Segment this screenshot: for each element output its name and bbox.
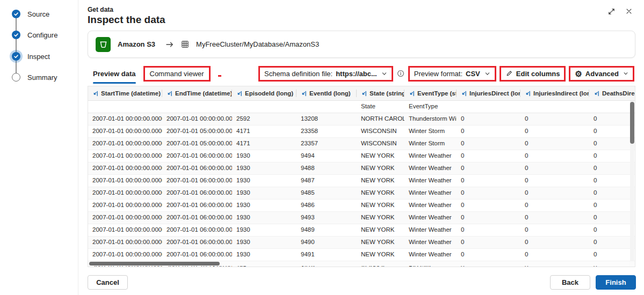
table-cell: Winter Weather (404, 249, 457, 261)
table-cell (88, 101, 162, 113)
table-row: 2007-01-01 00:00:00.00002007-01-01 06:00… (88, 175, 635, 187)
table-cell: 0 (589, 175, 635, 187)
vertical-scrollbar[interactable] (630, 101, 634, 261)
back-button[interactable]: Back (550, 275, 590, 290)
main-panel: Get data Inspect the data Amazon S3 MyFr… (88, 0, 635, 295)
table-cell: 9491 (296, 249, 357, 261)
column-header[interactable]: EventId (long) (296, 86, 357, 100)
tab-bar: Preview data Command viewer Schema defin… (88, 64, 635, 83)
finish-button[interactable]: Finish (596, 275, 636, 290)
table-cell: 2007-01-01 05:00:00.0000 (162, 138, 232, 150)
chevron-down-icon (484, 71, 490, 77)
table-row: 2007-01-01 00:00:00.00002007-01-01 06:00… (88, 237, 635, 249)
vertical-scrollbar-thumb[interactable] (630, 102, 634, 144)
table-cell: 0 (520, 138, 589, 150)
table-cell: 0 (457, 150, 520, 162)
column-header[interactable]: StartTime (datetime) (88, 86, 162, 100)
horizontal-scrollbar[interactable] (89, 261, 629, 266)
step-inspect[interactable]: Inspect (12, 52, 50, 61)
table-row: 2007-01-01 00:00:00.00002007-01-01 06:00… (88, 224, 635, 237)
column-header-label: InjuriesIndirect (long) (533, 90, 589, 97)
table-row: 2007-01-01 00:00:00.00002007-01-01 05:00… (88, 126, 635, 138)
table-cell: 0 (520, 212, 589, 224)
table-cell: 0 (520, 200, 589, 211)
schema-info-icon[interactable] (397, 70, 404, 77)
table-cell: 0 (457, 163, 520, 174)
table-cell: 1930 (232, 150, 296, 162)
column-header[interactable]: InjuriesDirect (long) (457, 86, 520, 100)
table-cell: 2592 (232, 113, 296, 125)
table-cell: Winter Weather (404, 200, 457, 211)
table-cell: 9488 (296, 163, 357, 174)
table-cell: NORTH CAROLINA (357, 113, 404, 125)
preview-toolbar: Schema definition file: https://abc... P… (258, 64, 634, 83)
step-configure[interactable]: Configure (12, 31, 57, 39)
wizard-stepper: SourceConfigureInspectSummary (0, 0, 78, 295)
table-cell: 0 (457, 237, 520, 248)
table-cell: 0 (520, 175, 589, 187)
table-cell: 2007-01-01 06:00:00.0000 (162, 150, 232, 162)
table-cell: 0 (520, 126, 589, 137)
destination-path: MyFreeCluster/MyDatabase/AmazonS3 (196, 40, 319, 48)
table-cell: NEW YORK (357, 224, 404, 236)
column-header[interactable]: EndTime (datetime) (162, 86, 232, 100)
table-row: 2007-01-01 00:00:00.00002007-01-01 06:00… (88, 200, 635, 212)
step-label: Source (27, 10, 49, 18)
table-row: 2007-01-01 00:00:00.00002007-01-01 00:00… (88, 113, 635, 126)
table-cell: Winter Storm (404, 126, 457, 137)
table-cell: 1930 (232, 249, 296, 261)
table-cell: 0 (520, 163, 589, 174)
column-header-label: StartTime (datetime) (101, 90, 161, 97)
table-cell: NEW YORK (357, 212, 404, 224)
table-cell: 9493 (296, 212, 357, 224)
destination-table-icon (181, 40, 189, 48)
annotation-box-schema: Schema definition file: https://abc... (258, 66, 393, 82)
table-cell: 1930 (232, 187, 296, 199)
schema-definition-file-dropdown[interactable]: Schema definition file: https://abc... (264, 69, 388, 79)
edit-columns-button[interactable]: Edit columns (505, 69, 561, 79)
table-cell: NEW YORK (357, 249, 404, 261)
advanced-dropdown[interactable]: ⚙ Advanced (574, 69, 629, 79)
column-header[interactable]: EpisodeId (long) (232, 86, 296, 100)
table-cell: 2007-01-01 00:00:00.0000 (88, 187, 162, 199)
table-cell: 2007-01-01 00:00:00.0000 (162, 113, 232, 125)
tab-command-viewer[interactable]: Command viewer (143, 66, 211, 82)
annotation-box-preview-format: Preview format: CSV (408, 66, 496, 82)
step-check-icon (12, 10, 20, 18)
tab-preview-data[interactable]: Preview data (88, 68, 141, 80)
table-cell: 0 (520, 113, 589, 125)
pencil-icon (505, 70, 513, 77)
table-cell: 2007-01-01 06:00:00.0000 (162, 200, 232, 211)
table-cell: 2007-01-01 00:00:00.0000 (88, 163, 162, 174)
table-cell: 0 (520, 224, 589, 236)
step-source[interactable]: Source (12, 10, 49, 18)
table-cell: 2007-01-01 00:00:00.0000 (88, 237, 162, 248)
column-header[interactable]: InjuriesIndirect (long) (520, 86, 589, 100)
table-cell: NEW YORK (357, 163, 404, 174)
table-cell: 2007-01-01 00:00:00.0000 (88, 224, 162, 236)
table-cell: 0 (589, 138, 635, 150)
gear-icon: ⚙ (575, 70, 582, 78)
table-cell: NEW YORK (357, 187, 404, 199)
step-summary[interactable]: Summary (12, 73, 57, 82)
table-cell (296, 101, 357, 113)
table-cell: 0 (457, 113, 520, 125)
column-header[interactable]: DeathsDirect (long) (589, 86, 635, 100)
column-header[interactable]: EventType (string) (404, 86, 457, 100)
table-cell: 2007-01-01 06:00:00.0000 (162, 212, 232, 224)
table-row: 2007-01-01 00:00:00.00002007-01-01 06:00… (88, 212, 635, 224)
dialog-name: Get data (88, 6, 113, 13)
table-cell: 0 (589, 126, 635, 137)
stepper-connector-line (16, 16, 17, 78)
horizontal-scrollbar-thumb[interactable] (89, 262, 220, 266)
table-cell: 2007-01-01 06:00:00.0000 (162, 163, 232, 174)
table-cell: 0 (520, 187, 589, 199)
table-cell: WISCONSIN (357, 126, 404, 137)
table-cell: State (357, 101, 404, 113)
column-header[interactable]: State (string) (357, 86, 404, 100)
table-cell: 2007-01-01 06:00:00.0000 (162, 224, 232, 236)
cancel-button[interactable]: Cancel (88, 275, 128, 290)
table-cell: Winter Weather (404, 237, 457, 248)
table-cell: NEW YORK (357, 150, 404, 162)
preview-format-dropdown[interactable]: Preview format: CSV (414, 69, 491, 79)
